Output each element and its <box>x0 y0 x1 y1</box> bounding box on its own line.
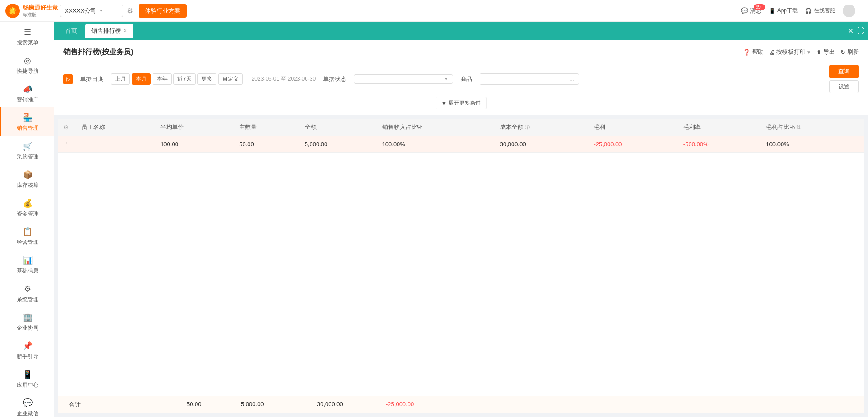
footer-label: 合计 <box>63 401 181 409</box>
sidebar-label-marketing: 营销推广 <box>17 96 38 104</box>
sidebar-label-sales: 销售管理 <box>17 125 38 132</box>
refresh-btn[interactable]: ↻ 刷新 <box>840 45 859 59</box>
tab-close-icon[interactable]: × <box>124 28 127 34</box>
tab-sales-ranking[interactable]: 销售排行榜 × <box>85 24 133 38</box>
setting-side-btn[interactable]: 设置 <box>829 80 859 93</box>
filter-collapse-btn[interactable]: ▷ <box>63 74 73 84</box>
sidebar-item-marketing[interactable]: 📣 营销推广 <box>0 79 54 107</box>
table-header-row: ⚙ 员工名称 平均单价 主数量 全额 <box>58 119 864 136</box>
company-chevron-icon: ▼ <box>99 8 103 13</box>
expand-down-icon: ▼ <box>441 100 447 106</box>
column-settings-icon[interactable]: ⚙ <box>63 124 69 131</box>
logo-icon: 🌟 <box>5 4 20 18</box>
sidebar-item-purchase[interactable]: 🛒 采购管理 <box>0 136 54 164</box>
table-wrapper: ⚙ 员工名称 平均单价 主数量 全额 <box>58 119 864 413</box>
purchase-icon: 🛒 <box>23 141 33 151</box>
td-gross-pct: 100.00% <box>760 136 864 153</box>
top-header: 🌟 畅康通好生意 标准版 XXXXX公司 ▼ ⚙ 体验行业方案 💬 消息 99+… <box>0 0 868 22</box>
td-rank: 1 <box>58 136 76 153</box>
sidebar-item-operation[interactable]: 📋 经营管理 <box>0 221 54 250</box>
app-download-btn[interactable]: 📱 App下载 <box>769 7 798 14</box>
date-custom-btn[interactable]: 自定义 <box>218 73 243 85</box>
th-amount: 全额 <box>299 119 377 136</box>
msg-badge: 99+ <box>754 4 765 10</box>
goods-more-icon[interactable]: ... <box>569 76 574 82</box>
sidebar-label-system: 系统管理 <box>17 296 38 303</box>
help-btn[interactable]: ❓ 帮助 <box>743 45 764 59</box>
date-more-btn[interactable]: 更多 <box>197 73 216 85</box>
sidebar-item-newbie-guide[interactable]: 📌 新手引导 <box>0 336 54 364</box>
sidebar-item-quick-nav[interactable]: ◎ 快捷导航 <box>0 50 54 79</box>
gross-pct-sort-icon[interactable]: ⇅ <box>796 125 801 130</box>
expand-more-btn[interactable]: ▼ 展开更多条件 <box>436 97 487 109</box>
th-employee: 员工名称 <box>76 119 155 136</box>
system-icon: ⚙ <box>24 284 31 294</box>
message-btn[interactable]: 💬 消息 99+ <box>741 7 762 15</box>
app-name: 畅康通好生意 <box>23 4 58 12</box>
sidebar-label-inventory: 库存核算 <box>17 182 38 189</box>
tab-maximize-icon[interactable]: ⛶ <box>857 27 864 35</box>
print-label: 按模板打印 <box>776 48 806 56</box>
filter-row-main: ▷ 单据日期 上月 本月 本年 近7天 更多 自定义 2023-06-01 至 … <box>63 65 859 93</box>
tab-close-window-icon[interactable]: ✕ <box>848 27 854 35</box>
search-order-icon: ☰ <box>24 27 31 37</box>
sidebar-label-basic-info: 基础信息 <box>17 267 38 275</box>
avatar[interactable] <box>843 5 855 17</box>
sidebar-item-inventory[interactable]: 📦 库存核算 <box>0 164 54 193</box>
th-avg-price: 平均单价 <box>155 119 234 136</box>
cost-info-icon[interactable]: ⓘ <box>525 125 530 130</box>
help-icon: ❓ <box>743 49 750 56</box>
date-recent7-btn[interactable]: 近7天 <box>173 73 196 85</box>
funds-icon: 💰 <box>23 198 33 208</box>
app-center-icon: 📱 <box>23 369 33 379</box>
print-btn[interactable]: 🖨 按模板打印 ▼ <box>769 48 811 56</box>
export-btn[interactable]: ⬆ 导出 <box>816 45 835 59</box>
sidebar-label-operation: 经营管理 <box>17 239 38 246</box>
footer-main-qty: 50.00 <box>181 401 235 409</box>
sidebar-label-enterprise-wechat: 企业微信 <box>17 410 38 417</box>
sidebar-label-enterprise-collab: 企业协同 <box>17 324 38 332</box>
company-selector[interactable]: XXXXX公司 ▼ <box>60 5 123 17</box>
online-service-btn[interactable]: 🎧 在线客服 <box>805 7 835 14</box>
sidebar-item-funds[interactable]: 💰 资金管理 <box>0 193 54 221</box>
table-footer: 合计 50.00 5,000.00 30,000.00 -25,000.00 <box>58 396 864 413</box>
sidebar-item-search-order[interactable]: ☰ 搜索菜单 <box>0 22 54 50</box>
marketing-icon: 📣 <box>23 84 33 94</box>
date-cur-year-btn[interactable]: 本年 <box>153 73 172 85</box>
td-gross: -25,000.00 <box>588 136 677 153</box>
status-select[interactable]: ▼ <box>354 74 453 84</box>
online-service-label: 在线客服 <box>814 7 835 14</box>
date-range: 2023-06-01 至 2023-06-30 <box>252 75 316 83</box>
sidebar-label-app-center: 应用中心 <box>17 381 38 389</box>
sidebar-item-enterprise-wechat[interactable]: 💬 企业微信 <box>0 393 54 417</box>
th-settings[interactable]: ⚙ <box>58 119 76 136</box>
th-gross-pct: 毛利占比% ⇅ <box>760 119 864 136</box>
header-settings-icon[interactable]: ⚙ <box>127 6 133 15</box>
footer-gross: -25,000.00 <box>380 401 419 409</box>
sidebar-item-system[interactable]: ⚙ 系统管理 <box>0 278 54 307</box>
sidebar-item-basic-info[interactable]: 📊 基础信息 <box>0 250 54 278</box>
sidebar-item-enterprise-collab[interactable]: 🏢 企业协同 <box>0 307 54 336</box>
query-btn[interactable]: 查询 <box>829 65 859 78</box>
help-label: 帮助 <box>752 48 764 56</box>
sidebar-item-app-center[interactable]: 📱 应用中心 <box>0 364 54 393</box>
page-actions: ❓ 帮助 🖨 按模板打印 ▼ ⬆ 导出 ↻ 刷新 <box>743 45 859 59</box>
sidebar-label-newbie-guide: 新手引导 <box>17 353 38 360</box>
sidebar-item-sales[interactable]: 🏪 销售管理 <box>0 107 54 136</box>
td-amount: 5,000.00 <box>299 136 377 153</box>
th-main-qty: 主数量 <box>234 119 299 136</box>
td-employee <box>76 136 155 153</box>
tab-bar-right: ✕ ⛶ <box>848 27 864 35</box>
tab-sales-ranking-label: 销售排行榜 <box>91 27 121 35</box>
date-prev-month-btn[interactable]: 上月 <box>111 73 130 85</box>
expand-row: ▼ 展开更多条件 <box>63 97 859 109</box>
tab-home[interactable]: 首页 <box>58 24 84 38</box>
refresh-icon: ↻ <box>840 49 845 56</box>
sidebar-label-search-order: 搜索菜单 <box>17 39 38 47</box>
goods-input[interactable]: ... <box>480 73 579 85</box>
print-dropdown-icon: ▼ <box>806 50 811 55</box>
td-cost-amount: 30,000.00 <box>494 136 589 153</box>
date-cur-month-btn[interactable]: 本月 <box>132 73 151 85</box>
trial-btn[interactable]: 体验行业方案 <box>139 4 187 18</box>
operation-icon: 📋 <box>23 227 33 237</box>
